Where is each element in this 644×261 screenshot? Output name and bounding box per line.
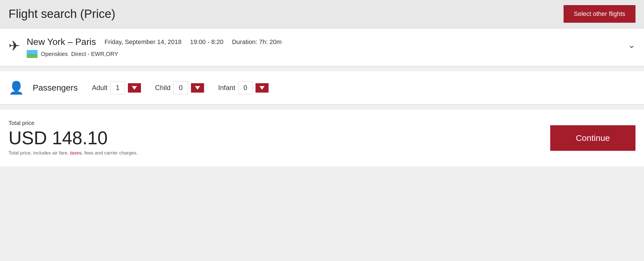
flight-main: ✈ New York – Paris Friday, September 14,… xyxy=(9,37,282,58)
price-note: Total price, includes air fare, taxes, f… xyxy=(9,150,138,156)
infant-label: Infant xyxy=(218,84,235,92)
child-dropdown-button[interactable] xyxy=(191,83,204,93)
child-passenger-group: Child 0 xyxy=(155,81,204,94)
child-count: 0 xyxy=(173,81,188,94)
flight-expand-icon[interactable]: ⌄ xyxy=(628,39,635,50)
child-chevron-icon xyxy=(195,86,200,90)
infant-dropdown-button[interactable] xyxy=(255,83,269,93)
airline-logo xyxy=(27,50,38,58)
continue-button[interactable]: Continue xyxy=(550,125,635,151)
price-left: Total price USD 148.10 Total price, incl… xyxy=(9,120,138,156)
adult-dropdown-button[interactable] xyxy=(128,83,141,93)
flight-details: New York – Paris Friday, September 14, 2… xyxy=(27,37,282,58)
infant-chevron-icon xyxy=(259,86,265,90)
child-label: Child xyxy=(155,84,171,92)
adult-passenger-group: Adult 1 xyxy=(92,81,141,94)
flight-duration: Duration: 7h: 20m xyxy=(232,38,282,46)
person-icon: 👤 xyxy=(9,80,24,95)
price-note-prefix: Total price, includes air fare, xyxy=(9,150,70,156)
airline-name: Openskies xyxy=(41,51,68,57)
flight-type: Direct - EWR,ORY xyxy=(71,51,118,57)
page-header: Flight search (Price) Select other fligh… xyxy=(0,0,644,28)
flight-section: ✈ New York – Paris Friday, September 14,… xyxy=(0,28,644,67)
infant-passenger-group: Infant 0 xyxy=(218,81,269,94)
plane-icon: ✈ xyxy=(9,38,20,54)
page-title: Flight search (Price) xyxy=(9,7,115,21)
flight-date: Friday, September 14, 2018 xyxy=(105,38,182,46)
infant-count: 0 xyxy=(238,81,253,94)
flight-route-row: New York – Paris Friday, September 14, 2… xyxy=(27,37,282,47)
adult-label: Adult xyxy=(92,84,107,92)
flight-route: New York – Paris xyxy=(27,37,96,47)
total-price-label: Total price xyxy=(9,120,138,126)
price-amount: USD 148.10 xyxy=(9,128,138,148)
flight-time: 19:00 - 8:20 xyxy=(190,38,223,46)
taxes-link[interactable]: taxes xyxy=(70,150,82,156)
price-section: Total price USD 148.10 Total price, incl… xyxy=(0,110,644,166)
flight-airline-row: Openskies Direct - EWR,ORY xyxy=(27,50,282,58)
select-other-flights-button[interactable]: Select other flights xyxy=(564,5,635,23)
passengers-section: 👤 Passengers Adult 1 Child 0 Infant 0 xyxy=(0,71,644,105)
price-note-suffix: , fees and carrier charges. xyxy=(82,150,138,156)
adult-count: 1 xyxy=(110,81,125,94)
adult-chevron-icon xyxy=(132,86,137,90)
passengers-label: Passengers xyxy=(33,83,78,93)
